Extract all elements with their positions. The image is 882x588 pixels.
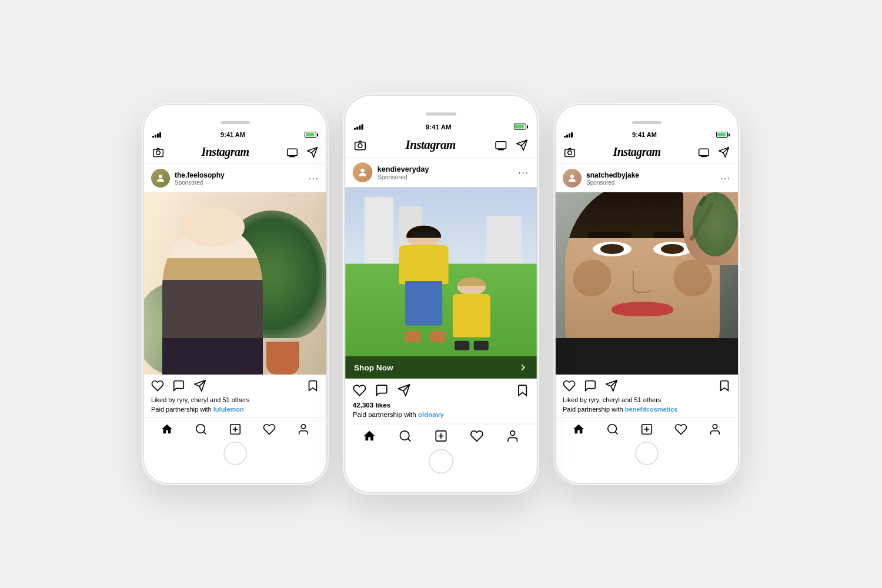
comment-icon-3[interactable] [584,379,597,392]
likes-text-2: 42,303 likes [353,401,529,410]
post-actions-3 [556,375,738,395]
battery-tip-3 [729,133,730,136]
nav-profile-3[interactable] [709,423,721,436]
user-info-text-2: kendieveryday Sponsored [377,165,429,180]
paper-plane-icon-2[interactable] [516,139,528,151]
heart-icon-3[interactable] [563,379,576,392]
plant-pot [266,342,299,375]
building-1 [365,197,393,264]
scene-2 [345,187,537,379]
bottom-nav-2 [345,423,537,445]
tv-icon-3[interactable] [698,146,710,158]
nav-heart-2[interactable] [470,429,483,443]
username-2: kendieveryday [377,165,429,173]
nav-profile-1[interactable] [297,423,310,436]
camera-icon-3[interactable] [564,146,576,158]
home-button-2[interactable] [429,449,453,473]
svg-line-23 [408,439,410,441]
partnership-label-1: Paid partnership with [151,406,212,413]
post-actions-2 [345,379,537,400]
post-user-info-1: the.feelosophy Sponsored [151,169,225,188]
tv-icon-1[interactable] [286,146,298,158]
speaker [220,121,250,124]
nav-search-2[interactable] [399,429,412,443]
signal-bar-2 [155,135,156,138]
phone-3: 9:41 AM Instagram [556,105,738,483]
partnership-label-3: Paid partnership with [563,406,623,413]
more-dots-1[interactable]: ··· [309,173,319,183]
user-info-text-1: the.feelosophy Sponsored [175,171,225,186]
heart-icon-2[interactable] [353,383,366,397]
post-header-3: snatchedbyjake Sponsored ··· [556,164,738,192]
paper-plane-icon-3[interactable] [718,146,730,158]
sb1 [564,136,566,138]
svg-point-27 [510,431,515,436]
partnership-label-2: Paid partnership with [353,411,416,419]
nav-heart-3[interactable] [674,423,687,436]
more-dots-2[interactable]: ··· [519,168,530,178]
nav-search-1[interactable] [195,423,208,436]
brand-name-2: oldnavy [418,411,444,419]
home-button-1[interactable] [223,442,247,465]
nose [633,270,652,292]
post-image-1 [144,192,326,375]
nav-add-2[interactable] [434,429,447,443]
likes-text-3: Liked by ryry, cheryl and 51 others [563,396,731,405]
battery-area-1 [305,132,318,138]
svg-line-37 [615,432,617,434]
contour-left [567,254,616,302]
camera-icon-2[interactable] [354,139,366,151]
share-icon-2[interactable] [397,383,410,397]
partnership-text-3: Paid partnership with benefitcosmetics [563,405,731,414]
ig-logo-2: Instagram [406,138,456,152]
tv-icon-2[interactable] [495,139,507,151]
shop-now-bar-2[interactable]: Shop Now [345,356,537,379]
post-caption-2: 42,303 likes Paid partnership with oldna… [345,400,537,424]
shoe-left [405,331,420,342]
battery-tip-2 [527,125,528,128]
nav-home-3[interactable] [572,423,585,436]
nav-add-3[interactable] [640,423,653,436]
username-3: snatchedbyjake [586,171,639,179]
nav-search-3[interactable] [606,423,619,436]
paper-plane-icon-1[interactable] [306,146,318,158]
battery-body [305,132,316,138]
home-button-3[interactable] [635,442,659,465]
bookmark-icon-2[interactable] [516,383,529,397]
status-bar-1: 9:41 AM [144,130,326,141]
share-icon-1[interactable] [193,379,206,392]
comment-icon-1[interactable] [172,379,185,392]
nav-profile-2[interactable] [506,429,519,443]
woman-jeans [405,281,442,326]
nav-home-2[interactable] [363,429,376,443]
ig-header-icons-2 [495,139,528,151]
woman-top [399,246,448,285]
signal-bar-1 [152,136,154,138]
phone-1: 9:41 AM Instagram [144,105,326,483]
phones-container: 9:41 AM Instagram [121,82,761,506]
woman-container [393,226,455,337]
signal-bars [152,132,161,138]
phone-speaker-top [144,117,326,128]
bookmark-icon-3[interactable] [718,379,731,392]
camera-icon-1[interactable] [152,146,164,158]
share-icon-3[interactable] [605,379,618,392]
battery-fill-2 [515,125,524,128]
nav-home-1[interactable] [161,423,173,436]
battery-area-2 [514,123,528,130]
iris-left [600,244,624,254]
comment-icon-2[interactable] [375,383,389,397]
svg-point-5 [159,175,162,178]
battery-body-2 [514,123,526,130]
heart-icon-1[interactable] [151,379,164,392]
more-dots-3[interactable]: ··· [720,173,731,183]
nav-add-1[interactable] [229,423,242,436]
signal-bar-3 [157,133,159,138]
status-time-3: 9:41 AM [573,131,716,138]
bookmark-icon-1[interactable] [306,379,319,392]
svg-point-15 [358,143,362,148]
svg-point-29 [568,151,572,155]
post-caption-3: Liked by ryry, cheryl and 51 others Paid… [556,395,738,417]
nav-heart-1[interactable] [263,423,276,436]
s3 [359,125,360,129]
